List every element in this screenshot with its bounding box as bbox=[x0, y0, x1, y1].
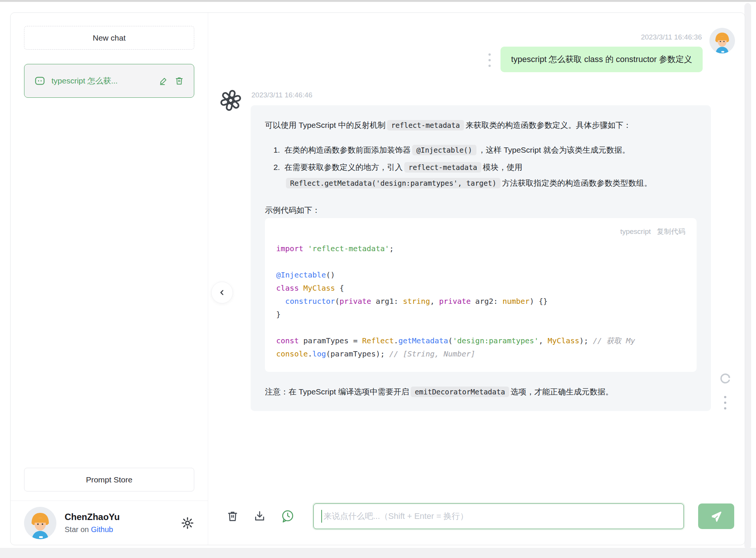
export-image-button[interactable] bbox=[253, 510, 266, 523]
regenerate-icon[interactable] bbox=[718, 371, 733, 386]
clear-chat-button[interactable] bbox=[226, 510, 239, 523]
user-name: ChenZhaoYu bbox=[65, 512, 172, 522]
new-chat-label: New chat bbox=[93, 33, 126, 42]
inline-code: emitDecoratorMetadata bbox=[411, 387, 509, 397]
inline-code: @Injectable() bbox=[412, 145, 476, 155]
download-icon bbox=[253, 510, 266, 523]
user-message-options-icon[interactable] bbox=[488, 53, 491, 72]
chevron-left-icon bbox=[217, 288, 227, 297]
user-meta: ChenZhaoYu Star on Github bbox=[65, 512, 172, 534]
sidebar-spacer bbox=[24, 98, 194, 468]
sidebar: New chat typescript 怎么获... Prompt Store bbox=[11, 13, 208, 545]
github-link[interactable]: Github bbox=[91, 525, 113, 534]
user-message: 2023/3/11 16:46:36 typescript 怎么获取 class… bbox=[220, 28, 735, 72]
chat-bubble-icon bbox=[34, 75, 45, 86]
collapse-sidebar-button[interactable] bbox=[211, 282, 233, 303]
assistant-steps: 在类的构造函数参数前面添加装饰器@Injectable()，这样 TypeScr… bbox=[265, 142, 697, 191]
conversation-title: typescript 怎么获... bbox=[51, 76, 153, 86]
sidebar-footer: ChenZhaoYu Star on Github bbox=[11, 500, 208, 545]
new-chat-button[interactable]: New chat bbox=[24, 26, 194, 50]
copy-code-button[interactable]: 复制代码 bbox=[657, 227, 685, 236]
send-button[interactable] bbox=[698, 503, 734, 529]
code-language-label: typescript bbox=[620, 227, 651, 236]
assistant-message-bubble: 可以使用 TypeScript 中的反射机制reflect-metadata来获… bbox=[251, 105, 711, 411]
trash-icon bbox=[226, 510, 239, 523]
chat-history-icon bbox=[280, 509, 295, 523]
input-placeholder: 来说点什么吧...（Shift + Enter = 换行） bbox=[324, 511, 468, 522]
settings-gear-icon[interactable] bbox=[181, 516, 194, 530]
edit-icon[interactable] bbox=[159, 76, 168, 86]
code-content: import 'reflect-metadata'; @Injectable()… bbox=[276, 242, 685, 361]
prompt-store-label: Prompt Store bbox=[86, 475, 133, 484]
app-window: New chat typescript 怎么获... Prompt Store bbox=[10, 12, 745, 545]
code-block: typescript 复制代码 import 'reflect-metadata… bbox=[265, 218, 697, 372]
delete-icon[interactable] bbox=[174, 76, 184, 86]
assistant-intro: 可以使用 TypeScript 中的反射机制reflect-metadata来获… bbox=[265, 117, 697, 133]
window-scrollbar[interactable] bbox=[744, 3, 751, 549]
user-message-bubble: typescript 怎么获取 class 的 constructor 参数定义 bbox=[500, 47, 703, 72]
message-actions bbox=[718, 371, 733, 409]
assistant-step-1: 在类的构造函数参数前面添加装饰器@Injectable()，这样 TypeScr… bbox=[282, 142, 697, 158]
window-top-edge bbox=[0, 0, 756, 2]
context-toggle-button[interactable] bbox=[280, 509, 295, 523]
message-list: 2023/3/11 16:46:36 typescript 怎么获取 class… bbox=[208, 13, 745, 494]
inline-code: reflect-metadata bbox=[387, 120, 464, 130]
user-message-timestamp: 2023/3/11 16:46:36 bbox=[641, 33, 702, 41]
prompt-store-button[interactable]: Prompt Store bbox=[24, 468, 194, 491]
message-input[interactable]: 来说点什么吧...（Shift + Enter = 换行） bbox=[313, 503, 684, 529]
assistant-message: 2023/3/11 16:46:46 可以使用 TypeScript 中的反射机… bbox=[220, 89, 735, 411]
user-chat-avatar bbox=[709, 28, 735, 53]
window-bottom-edge bbox=[0, 548, 756, 558]
assistant-step-2: 在需要获取参数定义的地方，引入reflect-metadata模块，使用Refl… bbox=[282, 159, 697, 191]
openai-logo-icon bbox=[220, 89, 242, 111]
conversation-item[interactable]: typescript 怎么获... bbox=[24, 64, 194, 98]
assistant-note: 注意：在 TypeScript 编译选项中需要开启emitDecoratorMe… bbox=[265, 384, 697, 400]
assistant-message-timestamp: 2023/3/11 16:46:46 bbox=[251, 91, 711, 99]
chat-main: 2023/3/11 16:46:36 typescript 怎么获取 class… bbox=[208, 13, 745, 545]
assistant-message-options-icon[interactable] bbox=[724, 396, 726, 409]
user-avatar bbox=[24, 507, 56, 539]
composer-bar: 来说点什么吧...（Shift + Enter = 换行） bbox=[208, 503, 745, 529]
inline-code: Reflect.getMetadata('design:paramtypes',… bbox=[286, 178, 500, 188]
example-lead: 示例代码如下： bbox=[265, 202, 697, 218]
text-caret bbox=[321, 510, 322, 523]
inline-code: reflect-metadata bbox=[404, 162, 481, 173]
paper-plane-icon bbox=[710, 510, 723, 523]
star-text: Star on bbox=[65, 525, 91, 534]
